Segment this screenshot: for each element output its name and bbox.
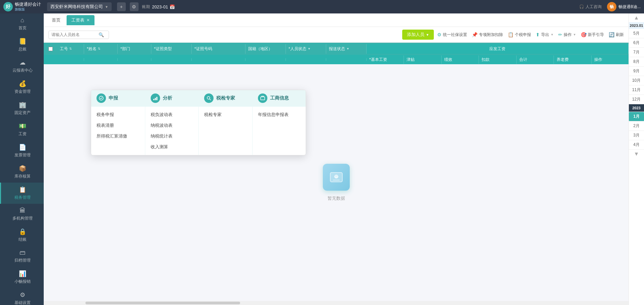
sidebar-item-invoice[interactable]: 📄 发票管理 <box>0 140 44 161</box>
th-number-sort-icon[interactable]: ⇅ <box>69 47 72 50</box>
sidebar-item-cloud[interactable]: ☁ 云报表中心 <box>0 55 44 77</box>
th-salary-group-label: 应发工资 <box>489 46 505 52</box>
sidebar-item-salary[interactable]: 💵 工资 <box>0 119 44 140</box>
calendar-icon[interactable]: 📅 <box>169 4 175 9</box>
tax-burden-item[interactable]: 税负波动表 <box>145 109 199 120</box>
select-all-checkbox[interactable] <box>48 47 53 51</box>
rp-month-8[interactable]: 8月 <box>629 57 644 67</box>
popup-section-header-analysis: 分析 <box>145 90 199 107</box>
operation-dropdown-icon: ▼ <box>573 33 576 36</box>
declaration-section-icon <box>97 93 106 103</box>
service-label: 人工咨询 <box>585 4 602 10</box>
analysis-section-icon <box>151 93 160 103</box>
th-name-sort-icon[interactable]: ⇅ <box>98 47 101 50</box>
analysis-title: 分析 <box>163 95 172 101</box>
period-value: 2023-01 <box>152 4 168 9</box>
add-person-button[interactable]: 添加人员 ▼ <box>402 30 434 40</box>
rp-month-5[interactable]: 5月 <box>629 29 644 38</box>
rp-month-10[interactable]: 10月 <box>629 76 644 85</box>
tax-payment-item[interactable]: 纳税波动表 <box>145 120 199 131</box>
search-icon[interactable]: 🔍 <box>99 32 104 37</box>
invoice-icon: 📄 <box>19 144 26 151</box>
sidebar-item-ledger[interactable]: 📒 总账 <box>0 34 44 55</box>
sidebar-item-multi[interactable]: 🏛 多机构管理 <box>0 204 44 225</box>
special-deduction-label: 专项附加扣除 <box>479 32 503 38</box>
tab-salary-table[interactable]: 工资表 ✕ <box>67 15 94 25</box>
income-tax-settlement-item[interactable]: 所得税汇算清缴 <box>91 131 145 142</box>
tax-stats-item[interactable]: 纳税统计表 <box>145 131 199 142</box>
svg-rect-6 <box>156 97 157 100</box>
th2-spacer8 <box>326 58 367 61</box>
sidebar-item-fund[interactable]: 💰 资金管理 <box>0 77 44 98</box>
operation-button[interactable]: ✏ 操作 ▼ <box>558 32 576 38</box>
tax-declaration-item[interactable]: 税务申报 <box>91 109 145 120</box>
rp-month-6[interactable]: 6月 <box>629 38 644 48</box>
tax-dropdown-popup: 申报 税务申报 税表清册 所得税汇算清缴 <box>91 90 306 155</box>
archive-icon: 🗃 <box>20 249 26 256</box>
th-report-status-filter-icon[interactable]: ▼ <box>346 47 349 50</box>
th2-spacer3 <box>118 58 151 61</box>
social-insurance-button[interactable]: ⚙ 统一社保设置 <box>437 32 467 38</box>
empty-text: 暂无数据 <box>328 195 345 201</box>
rp-month-3[interactable]: 3月 <box>629 131 644 140</box>
settings-button[interactable]: ⚙ <box>130 2 139 11</box>
user-info[interactable]: 畅 畅捷通B迪... <box>607 2 641 11</box>
th-number: 工号 ⇅ <box>57 44 84 54</box>
rp-nav-up[interactable]: ▲ <box>629 13 644 22</box>
th-name-label: *姓名 <box>87 46 97 52</box>
tax-expert-section-icon <box>204 93 214 103</box>
tax-expert-items: 税检专家 <box>199 107 252 123</box>
sidebar-item-inventory[interactable]: 📦 库存核算 <box>0 161 44 183</box>
rp-month-4[interactable]: 4月 <box>629 140 644 150</box>
th2-spacer2 <box>84 58 118 61</box>
svg-rect-4 <box>153 99 154 100</box>
sidebar-item-assets[interactable]: 🏢 固定资产 <box>0 98 44 119</box>
annual-report-item[interactable]: 年报信息申报表 <box>253 109 306 120</box>
tax-icon: 📋 <box>19 186 26 193</box>
sidebar-label-salary: 工资 <box>18 131 27 137</box>
rp-month-1[interactable]: 1月 <box>629 112 644 121</box>
sidebar-item-closing[interactable]: 🔒 结账 <box>0 225 44 246</box>
sidebar-item-archive[interactable]: 🗃 归档管理 <box>0 246 44 267</box>
tax-table-register-item[interactable]: 税表清册 <box>91 120 145 131</box>
business-title: 工商信息 <box>270 95 289 101</box>
app-logo: 好 畅捷通好会计 旗舰版 <box>3 2 47 12</box>
sidebar-label-assets: 固定资产 <box>14 110 31 116</box>
table-header: 工号 ⇅ *姓名 ⇅ *部门 *证照类型 *证照号码 <box>44 43 629 55</box>
special-deduction-button[interactable]: 📌 专项附加扣除 <box>472 32 503 38</box>
individual-tax-button[interactable]: 📋 个税申报 <box>508 32 531 38</box>
rp-nav-down[interactable]: ▼ <box>629 150 644 158</box>
tab-home[interactable]: 首页 <box>47 15 65 25</box>
sidebar-label-inventory: 库存核算 <box>14 174 31 179</box>
rp-month-2[interactable]: 2月 <box>629 121 644 131</box>
tab-close-icon[interactable]: ✕ <box>86 18 90 23</box>
sidebar-item-home[interactable]: ⌂ 首页 <box>0 13 44 34</box>
th-id-type: *证照类型 <box>151 44 192 54</box>
service-button[interactable]: 🎧 人工咨询 <box>579 4 602 10</box>
bottom-scrollbar[interactable] <box>44 301 629 305</box>
company-selector[interactable]: 西安虾米网络科技有限公司 ▼ <box>47 2 112 11</box>
svg-rect-2 <box>333 180 340 181</box>
operation-label: 操作 <box>564 32 572 38</box>
salary-icon: 💵 <box>19 122 26 130</box>
tax-expert-item[interactable]: 税检专家 <box>199 109 252 120</box>
add-company-button[interactable]: + <box>117 2 126 11</box>
sidebar-item-basic[interactable]: ⚙ 基础设置 <box>0 288 44 305</box>
rp-month-12[interactable]: 12月 <box>629 95 644 104</box>
add-person-label: 添加人员 <box>407 32 424 38</box>
sidebar-item-tax[interactable]: 📋 税务管理 <box>0 183 44 204</box>
scrollbar-thumb[interactable] <box>85 302 240 304</box>
cloud-icon: ☁ <box>20 59 26 66</box>
sidebar-item-report[interactable]: 📊 小畅报销 <box>0 267 44 288</box>
rp-month-9[interactable]: 9月 <box>629 67 644 76</box>
rp-month-11[interactable]: 11月 <box>629 85 644 95</box>
export-button[interactable]: ⬆ 导出 ▼ <box>536 32 554 38</box>
refresh-button[interactable]: 🔄 刷新 <box>609 32 624 38</box>
income-estimate-item[interactable]: 收入测算 <box>145 142 199 152</box>
search-input[interactable] <box>51 32 99 37</box>
rp-month-7[interactable]: 7月 <box>629 48 644 57</box>
svg-point-1 <box>334 175 338 179</box>
new-guide-button[interactable]: 🎯 新手引导 <box>581 32 604 38</box>
th-status-filter-icon[interactable]: ▼ <box>308 47 311 50</box>
export-label: 导出 <box>541 32 549 38</box>
